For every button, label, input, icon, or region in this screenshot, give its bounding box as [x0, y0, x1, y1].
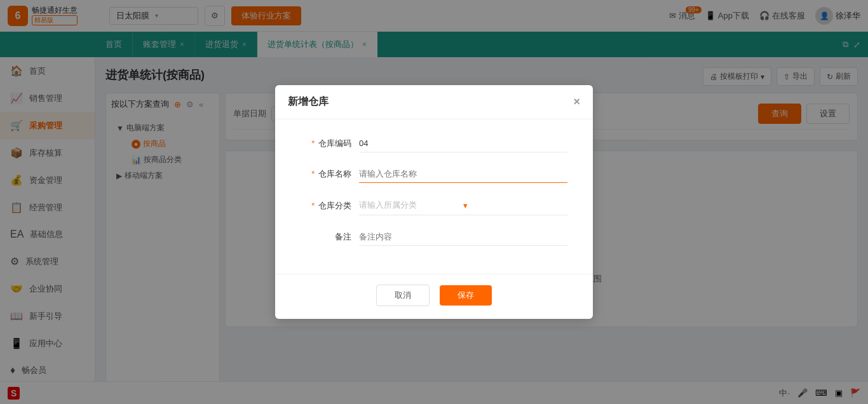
warehouse-name-label: * 仓库名称 [301, 168, 351, 180]
warehouse-name-row: * 仓库名称 [301, 165, 567, 183]
modal-header: 新增仓库 × [275, 85, 593, 119]
modal-close-icon[interactable]: × [573, 95, 580, 109]
new-warehouse-modal: 新增仓库 × * 仓库编码 * 仓库名称 [275, 85, 593, 319]
warehouse-code-input[interactable] [359, 135, 567, 152]
warehouse-code-row: * 仓库编码 [301, 135, 567, 152]
warehouse-category-select[interactable]: 请输入所属分类 ▾ [359, 196, 567, 215]
warehouse-remark-row: 备注 [301, 228, 567, 246]
modal-title: 新增仓库 [288, 95, 329, 109]
warehouse-category-label: * 仓库分类 [301, 200, 351, 212]
modal-footer: 取消 保存 [275, 274, 593, 319]
cancel-button[interactable]: 取消 [376, 285, 430, 306]
category-chevron-icon: ▾ [463, 201, 567, 210]
warehouse-remark-label: 备注 [301, 231, 351, 243]
modal-body: * 仓库编码 * 仓库名称 * 仓库分类 请输入所属 [275, 119, 593, 274]
modal-overlay: 新增仓库 × * 仓库编码 * 仓库名称 [0, 0, 868, 404]
category-placeholder: 请输入所属分类 [359, 199, 463, 211]
warehouse-code-label: * 仓库编码 [301, 138, 351, 149]
save-button[interactable]: 保存 [440, 285, 492, 306]
warehouse-remark-input[interactable] [359, 228, 567, 246]
warehouse-category-row: * 仓库分类 请输入所属分类 ▾ [301, 196, 567, 215]
warehouse-name-input[interactable] [359, 165, 567, 183]
